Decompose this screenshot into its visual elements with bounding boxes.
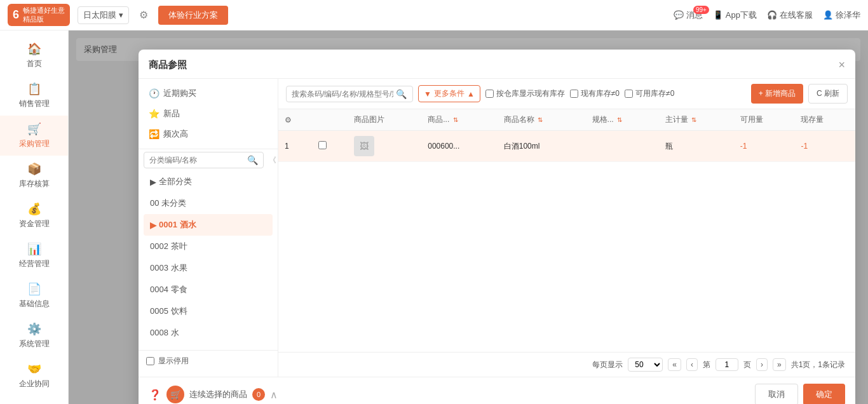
modal-footer: ❓ 🛒 连续选择的商品 0 ∧ 取消 确定 <box>139 377 855 404</box>
next-page-button[interactable]: › <box>756 358 768 371</box>
app-download-btn[interactable]: 📱 App下载 <box>713 10 757 21</box>
user-avatar[interactable]: 👤 徐泽华 <box>823 10 860 21</box>
sidebar-item-label: 采购管理 <box>19 138 50 149</box>
page-number-input[interactable] <box>715 358 738 371</box>
category-0001[interactable]: ▶ 0001 酒水 <box>144 214 273 236</box>
cart-icon: 🛒 <box>170 389 181 400</box>
prev-page-button[interactable]: ‹ <box>686 358 698 371</box>
sidebar-item-sales[interactable]: 📋 销售管理 <box>0 76 68 116</box>
gear-settings-icon[interactable]: ⚙ <box>285 116 292 125</box>
page-size-select[interactable]: 50 100 <box>628 358 663 372</box>
cancel-button[interactable]: 取消 <box>755 384 798 404</box>
category-all[interactable]: ▶ 全部分类 <box>144 171 273 192</box>
show-by-warehouse-checkbox[interactable]: 按仓库显示现有库存 <box>485 88 565 99</box>
org-selector[interactable]: 日太阳膜 ▾ <box>78 6 129 24</box>
modal-header: 商品参照 × <box>139 50 855 79</box>
sidebar-item-inventory[interactable]: 📦 库存核算 <box>0 156 68 196</box>
refresh-button[interactable]: C 刷新 <box>808 84 848 104</box>
show-disabled-input[interactable] <box>146 357 154 365</box>
cart-button[interactable]: 🛒 <box>166 386 184 403</box>
repeat-icon: 🔁 <box>149 129 159 139</box>
show-disabled-checkbox[interactable]: 显示停用 <box>146 356 270 367</box>
recent-purchase-label: 近期购买 <box>163 88 196 99</box>
row-spec <box>586 131 659 162</box>
usable-nonzero-input[interactable] <box>625 90 633 98</box>
sidebar-item-label: 基础信息 <box>19 299 50 309</box>
category-label: 0008 水 <box>150 327 179 339</box>
sidebar-item-label: 经营管理 <box>19 259 50 269</box>
product-search-input[interactable] <box>292 90 393 98</box>
sidebar-item-system[interactable]: ⚙️ 系统管理 <box>0 316 68 356</box>
sidebar-item-purchase[interactable]: 🛒 采购管理 <box>0 116 68 156</box>
col-unit[interactable]: 主计量 ⇅ <box>659 109 734 131</box>
category-search[interactable]: 🔍 <box>144 152 264 168</box>
category-0005[interactable]: 0005 饮料 <box>144 300 273 322</box>
logo[interactable]: 6 畅捷通好生意 精品版 <box>8 4 70 25</box>
category-0010[interactable]: 0010 家电 <box>144 344 273 350</box>
modal-title: 商品参照 <box>149 59 187 71</box>
category-0002[interactable]: 0002 茶叶 <box>144 236 273 257</box>
available-nonzero-checkbox[interactable]: 现有库存≠0 <box>570 88 620 99</box>
settings-icon[interactable]: ⚙ <box>137 6 151 24</box>
online-service-btn[interactable]: 🎧 在线客服 <box>767 10 813 21</box>
frequent-tab[interactable]: 🔁 频次高 <box>144 125 273 144</box>
sort-code-icon[interactable]: ⇅ <box>453 116 458 123</box>
new-items-tab[interactable]: ⭐ 新品 <box>144 104 273 123</box>
category-0008[interactable]: 0008 水 <box>144 322 273 344</box>
notification-btn[interactable]: 💬 消息 99+ <box>674 10 703 21</box>
more-filters-button[interactable]: ▼ 更多条件 ▲ <box>418 85 480 102</box>
category-00[interactable]: 00 未分类 <box>144 192 273 214</box>
clock-icon: 🕐 <box>149 88 159 98</box>
category-0004[interactable]: 0004 零食 <box>144 279 273 300</box>
sort-spec-icon[interactable]: ⇅ <box>617 116 622 123</box>
left-panel-tabs: 🕐 近期购买 ⭐ 新品 🔁 频次高 <box>139 84 278 149</box>
collapse-up-icon[interactable]: ∧ <box>270 389 278 401</box>
sidebar-item-home[interactable]: 🏠 首页 <box>0 36 68 76</box>
col-name[interactable]: 商品名称 ⇅ <box>498 109 586 131</box>
home-icon: 🏠 <box>27 42 41 56</box>
sort-name-icon[interactable]: ⇅ <box>538 116 543 123</box>
pagination: 每页显示 50 100 « ‹ 第 页 › » 共1页，1条记录 <box>278 352 855 377</box>
product-thumbnail: 🖼 <box>354 136 374 156</box>
modal-close-button[interactable]: × <box>838 58 845 72</box>
sidebar-item-basic[interactable]: 📄 基础信息 <box>0 276 68 316</box>
col-code[interactable]: 商品... ⇅ <box>421 109 498 131</box>
sidebar-item-label: 企业协同 <box>19 379 50 389</box>
help-icon[interactable]: ❓ <box>149 389 161 401</box>
trial-button[interactable]: 体验行业方案 <box>158 6 228 25</box>
product-reference-modal: 商品参照 × 🕐 近期购买 ⭐ 新品 <box>139 50 855 404</box>
category-0003[interactable]: 0003 水果 <box>144 257 273 279</box>
row-checkbox[interactable] <box>312 131 348 162</box>
product-search-bar[interactable]: 🔍 <box>286 86 413 102</box>
new-items-label: 新品 <box>163 108 180 119</box>
footer-left: ❓ 🛒 连续选择的商品 0 ∧ <box>149 386 278 403</box>
topbar-right: 💬 消息 99+ 📱 App下载 🎧 在线客服 👤 徐泽华 <box>674 10 860 21</box>
star-icon: ⭐ <box>149 109 159 119</box>
category-label: 00 未分类 <box>150 198 186 209</box>
sidebar-item-guide[interactable]: 📖 新手引导 <box>0 396 68 404</box>
collapse-button[interactable]: 《 <box>266 152 279 168</box>
show-by-warehouse-input[interactable] <box>485 90 494 98</box>
add-product-button[interactable]: + 新增商品 <box>751 84 803 104</box>
table-row[interactable]: 1 🖼 000600... 白酒100ml <box>278 131 855 162</box>
row-select-checkbox[interactable] <box>318 141 327 149</box>
category-search-input[interactable] <box>149 156 245 165</box>
available-nonzero-input[interactable] <box>570 90 578 98</box>
category-list: ▶ 全部分类 00 未分类 ▶ 0001 酒水 0002 茶叶 <box>139 171 278 350</box>
last-page-button[interactable]: » <box>773 358 786 371</box>
col-gear[interactable]: ⚙ <box>278 109 312 131</box>
first-page-button[interactable]: « <box>668 358 681 371</box>
sidebar-item-finance[interactable]: 💰 资金管理 <box>0 196 68 236</box>
sidebar-item-operations[interactable]: 📊 经营管理 <box>0 236 68 276</box>
page-size-label: 每页显示 <box>592 360 623 370</box>
recent-purchase-tab[interactable]: 🕐 近期购买 <box>144 84 273 103</box>
toolbar-right: + 新增商品 C 刷新 <box>751 84 848 104</box>
sort-unit-icon[interactable]: ⇅ <box>691 116 696 123</box>
col-spec[interactable]: 规格... ⇅ <box>586 109 659 131</box>
row-name: 白酒100ml <box>498 131 586 162</box>
usable-nonzero-checkbox[interactable]: 可用库存≠0 <box>625 88 674 99</box>
sidebar-item-enterprise[interactable]: 🤝 企业协同 <box>0 356 68 396</box>
org-selector-label: 日太阳膜 <box>83 10 116 21</box>
confirm-button[interactable]: 确定 <box>803 384 845 404</box>
filter-icon: ▼ <box>424 90 431 98</box>
